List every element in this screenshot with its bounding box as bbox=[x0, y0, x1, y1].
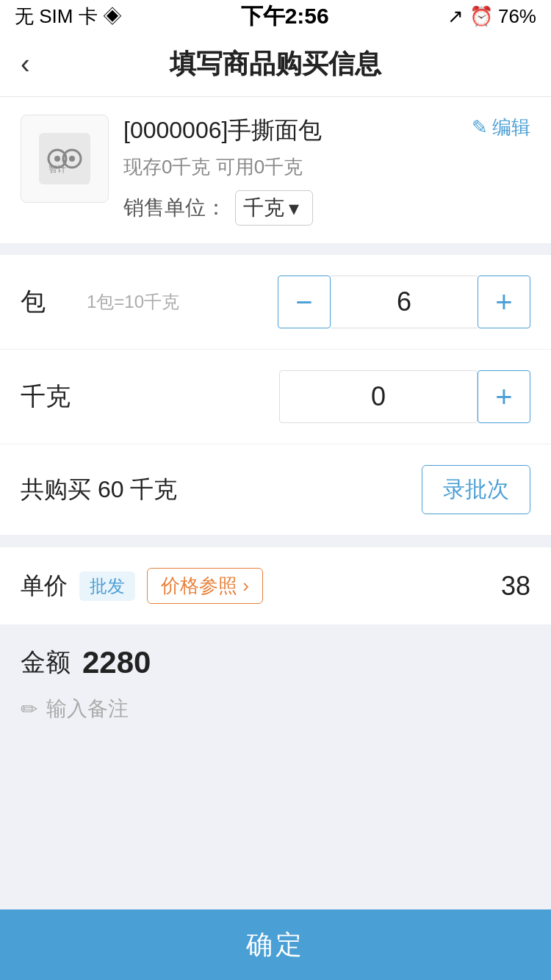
pencil-icon: ✏ bbox=[21, 697, 37, 721]
kg-row: 千克 + bbox=[0, 350, 551, 444]
package-minus-button[interactable]: − bbox=[278, 275, 331, 328]
edit-label: 编辑 bbox=[492, 115, 530, 140]
package-input[interactable] bbox=[331, 275, 478, 328]
package-label: 包 bbox=[21, 285, 79, 319]
package-quantity-control: − + bbox=[278, 275, 530, 328]
edit-button[interactable]: ✎ 编辑 bbox=[472, 115, 530, 140]
no-sim-label: 无 SIM 卡 ◈ bbox=[15, 4, 122, 29]
nav-bar: ‹ 填写商品购买信息 bbox=[0, 32, 551, 97]
unit-label: 销售单位： bbox=[123, 194, 226, 222]
product-image: 智计 bbox=[21, 115, 109, 203]
kg-input[interactable] bbox=[279, 370, 478, 423]
product-stock: 现存0千克 可用0千克 bbox=[123, 154, 530, 180]
status-left: 无 SIM 卡 ◈ bbox=[15, 4, 122, 29]
price-ref-button[interactable]: 价格参照 › bbox=[147, 568, 263, 604]
amount-section: 金额 2280 ✏ 输入备注 bbox=[0, 624, 551, 730]
svg-point-2 bbox=[54, 156, 60, 162]
back-button[interactable]: ‹ bbox=[21, 48, 30, 80]
price-label: 单价 bbox=[21, 570, 68, 602]
unit-select[interactable]: 千克 ▾ bbox=[235, 190, 313, 226]
product-info: [0000006]手撕面包 ✎ 编辑 现存0千克 可用0千克 销售单位： 千克 … bbox=[123, 115, 530, 226]
amount-label: 金额 bbox=[21, 646, 71, 680]
product-logo: 智计 bbox=[39, 133, 90, 184]
package-row: 包 1包=10千克 − + bbox=[0, 255, 551, 350]
confirm-button[interactable]: 确定 bbox=[246, 927, 305, 963]
kg-quantity-control: + bbox=[279, 370, 530, 423]
price-row: 单价 批发 价格参照 › 38 bbox=[21, 568, 530, 604]
package-section: 包 1包=10千克 − + 千克 + 共购买 60 千克 录批次 bbox=[0, 255, 551, 535]
price-tag: 批发 bbox=[79, 572, 135, 601]
svg-text:智计: 智计 bbox=[48, 164, 66, 173]
product-name: [0000006]手撕面包 bbox=[123, 115, 322, 147]
price-value: 38 bbox=[501, 571, 530, 602]
amount-value: 2280 bbox=[82, 645, 151, 680]
spacer bbox=[0, 730, 551, 877]
svg-point-3 bbox=[69, 156, 75, 162]
status-icons: ↗ ⏰ 76% bbox=[447, 5, 536, 28]
unit-value: 千克 bbox=[243, 194, 284, 222]
package-plus-button[interactable]: + bbox=[478, 275, 530, 328]
package-hint: 1包=10千克 bbox=[87, 290, 278, 314]
product-unit-row: 销售单位： 千克 ▾ bbox=[123, 190, 530, 226]
status-right: ↗ ⏰ 76% bbox=[447, 5, 536, 28]
summary-row: 共购买 60 千克 录批次 bbox=[0, 444, 551, 535]
page-title: 填写商品购买信息 bbox=[170, 46, 381, 82]
status-bar: 无 SIM 卡 ◈ 下午2:56 ↗ ⏰ 76% bbox=[0, 0, 551, 32]
amount-row: 金额 2280 bbox=[21, 645, 530, 680]
batch-button[interactable]: 录批次 bbox=[422, 465, 530, 514]
kg-label: 千克 bbox=[21, 380, 79, 414]
status-time: 下午2:56 bbox=[241, 1, 329, 32]
edit-icon: ✎ bbox=[472, 116, 488, 139]
chevron-down-icon: ▾ bbox=[289, 196, 299, 220]
confirm-footer[interactable]: 确定 bbox=[0, 909, 551, 980]
summary-text: 共购买 60 千克 bbox=[21, 474, 177, 506]
product-card: 智计 [0000006]手撕面包 ✎ 编辑 现存0千克 可用0千克 销售单位： … bbox=[0, 97, 551, 243]
price-section: 单价 批发 价格参照 › 38 bbox=[0, 547, 551, 624]
kg-plus-button[interactable]: + bbox=[478, 370, 530, 423]
note-placeholder: 输入备注 bbox=[46, 695, 129, 723]
note-row[interactable]: ✏ 输入备注 bbox=[21, 695, 530, 723]
